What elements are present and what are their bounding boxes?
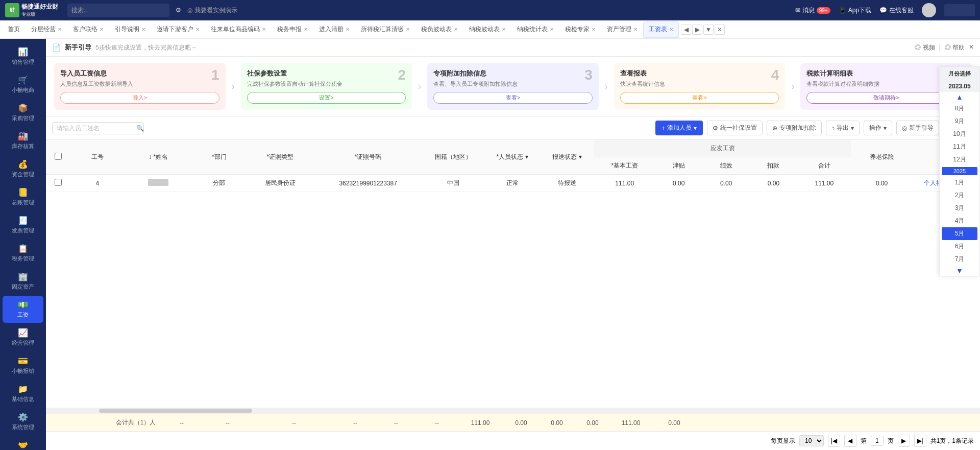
sidebar-item-tax[interactable]: 📋 税务管理 — [3, 240, 43, 267]
month-5[interactable]: 5月 — [942, 227, 977, 240]
sidebar-item-basic[interactable]: 📁 基础信息 — [3, 380, 43, 407]
tab-layered-ops[interactable]: 分层经营✕ — [26, 21, 67, 38]
tab-menu-btn[interactable]: ▼ — [703, 25, 714, 35]
user-avatar[interactable] — [922, 3, 936, 17]
add-person-btn[interactable]: + 添加人员 ▾ — [655, 121, 703, 135]
sidebar-item-invoice[interactable]: 🧾 发票管理 — [3, 211, 43, 239]
search-input[interactable] — [57, 125, 133, 132]
footer-dept: -- — [161, 419, 202, 427]
app-name: 畅捷通好业财 — [21, 3, 58, 11]
tab-tax-burden[interactable]: 税负波动表✕ — [415, 21, 463, 38]
prev-page-btn[interactable]: ◀ — [844, 435, 856, 447]
sidebar-item-system[interactable]: ⚙️ 系统管理 — [3, 408, 43, 435]
tab-close-all-btn[interactable]: ✕ — [715, 25, 725, 35]
app-download-btn[interactable]: 📱 App下载 — [839, 6, 871, 15]
newbie-guide-btn[interactable]: ◎ 新手引导 — [896, 121, 939, 135]
tab-tax-dynamic[interactable]: 纳税波动表✕ — [463, 21, 511, 38]
message-btn[interactable]: ✉ 消息 99+ — [795, 6, 830, 15]
tab-prev-btn[interactable]: ◀ — [681, 25, 691, 35]
month-3[interactable]: 3月 — [940, 202, 979, 215]
sidebar-item-purchase[interactable]: 📦 采购管理 — [3, 99, 43, 126]
month-scroll-down-btn[interactable]: ▼ — [940, 266, 979, 276]
month-2[interactable]: 2月 — [940, 189, 979, 202]
sidebar-item-salary[interactable]: 💵 工资 — [3, 296, 43, 323]
sidebar-item-inventory[interactable]: 🏭 库存核算 — [3, 127, 43, 154]
gear-settings[interactable]: ⚙ — [176, 7, 181, 14]
demo-link[interactable]: ◎ 我要看实例演示 — [187, 6, 237, 15]
month-scroll-up-btn[interactable]: ▲ — [940, 92, 979, 102]
month-11[interactable]: 11月 — [940, 140, 979, 153]
th-salary-group: 应发工资 — [594, 140, 851, 157]
month-6[interactable]: 6月 — [940, 240, 979, 253]
month-10[interactable]: 10月 — [940, 128, 979, 140]
unified-social-btn[interactable]: ⚙ 统一社保设置 — [707, 121, 763, 135]
guide-close-btn[interactable]: ✕ — [969, 43, 974, 52]
month-9[interactable]: 9月 — [940, 115, 979, 128]
th-name[interactable]: ↕ *姓名 — [125, 140, 192, 175]
search-icon[interactable]: 🔍 — [136, 125, 144, 132]
th-checkbox — [46, 140, 70, 175]
horizontal-scrollbar[interactable] — [46, 408, 980, 414]
month-1[interactable]: 1月 — [940, 176, 979, 189]
tab-salary[interactable]: 工资表✕ — [643, 21, 679, 38]
tab-assets[interactable]: 资产管理✕ — [601, 21, 643, 38]
first-page-btn[interactable]: |◀ — [828, 435, 840, 447]
sidebar-item-ecommerce[interactable]: 🛒 小畅电商 — [3, 71, 43, 98]
cell-checkbox[interactable] — [46, 175, 70, 192]
user-menu[interactable] — [944, 4, 975, 16]
month-7[interactable]: 7月 — [940, 253, 979, 266]
sidebar-item-sales[interactable]: 📊 销售管理 — [3, 43, 43, 70]
th-status[interactable]: *人员状态 ▾ — [484, 140, 540, 175]
tab-guide[interactable]: 引导说明✕ — [109, 21, 151, 38]
video-link[interactable]: ◎ 视频 — [915, 43, 935, 52]
step-3-card: 3 专项附加扣除信息 查看、导入员工专项附加扣除信息 查看> — [427, 63, 599, 110]
help-link[interactable]: ◎ 帮助 — [945, 43, 965, 52]
step-1-desc: 人员信息及工资数据新增导入 — [60, 80, 219, 88]
sidebar-item-ledger[interactable]: 📒 总账管理 — [3, 183, 43, 210]
step-3-btn[interactable]: 查看> — [433, 92, 593, 104]
month-4[interactable]: 4月 — [940, 215, 979, 227]
step-1-btn[interactable]: 导入> — [60, 92, 219, 104]
next-page-btn[interactable]: ▶ — [898, 435, 910, 447]
select-all-checkbox[interactable] — [55, 153, 62, 160]
sidebar-item-assets[interactable]: 🏢 固定资产 — [3, 268, 43, 295]
tab-customer[interactable]: 客户联络✕ — [67, 21, 109, 38]
row-checkbox[interactable] — [55, 179, 62, 186]
sidebar-item-operations[interactable]: 📈 经营管理 — [3, 324, 43, 351]
last-page-btn[interactable]: ▶| — [914, 435, 926, 447]
guide-doc-icon: 📄 — [52, 43, 61, 52]
sidebar-item-finance[interactable]: 💰 资金管理 — [3, 155, 43, 182]
tab-clearance[interactable]: 进入清册✕ — [313, 21, 355, 38]
special-deduct-btn[interactable]: ⊕ 专项附加扣除 — [767, 121, 822, 135]
page-label: 第 — [861, 437, 867, 445]
tab-tax-stats[interactable]: 纳税统计表✕ — [511, 21, 559, 38]
search-box[interactable]: 🔍 — [52, 122, 144, 134]
month-8[interactable]: 8月 — [940, 102, 979, 115]
sidebar-item-collab[interactable]: 🤝 企业协同 — [3, 436, 43, 450]
tab-tax-report[interactable]: 税务申报✕ — [272, 21, 313, 38]
scroll-thumb[interactable] — [99, 409, 252, 413]
month-12[interactable]: 12月 — [940, 153, 979, 166]
step-4-btn[interactable]: 查看> — [620, 92, 779, 104]
step-2-btn[interactable]: 设置> — [247, 92, 406, 104]
online-service-btn[interactable]: 💬 在线客服 — [879, 6, 914, 15]
sidebar-item-expense[interactable]: 💳 小畅报销 — [3, 352, 43, 379]
tab-income-tax[interactable]: 所得税汇算清缴✕ — [355, 21, 415, 38]
page-size-select[interactable]: 10 20 50 — [799, 435, 824, 446]
tab-next-btn[interactable]: ▶ — [692, 25, 702, 35]
table-wrapper: 工号 ↕ *姓名 *部门 *证照类型 *证照号码 国籍（地区） *人员状态 ▾ … — [46, 140, 980, 408]
tab-invite[interactable]: 邀请下游客户✕ — [151, 21, 205, 38]
plus-icon: + — [662, 125, 665, 132]
cell-allowance: 0.00 — [655, 175, 702, 192]
sidebar-item-label: 系统管理 — [12, 423, 34, 431]
sidebar-item-label: 税务管理 — [12, 255, 34, 263]
tab-tax-inspect[interactable]: 税检专家✕ — [559, 21, 601, 38]
tab-home[interactable]: 首页 — [2, 21, 26, 38]
operations-icon: 📈 — [18, 328, 28, 338]
export-btn[interactable]: ↑ 导出 ▾ — [826, 121, 860, 135]
sales-icon: 📊 — [18, 47, 28, 57]
ops-btn[interactable]: 操作 ▾ — [864, 121, 892, 135]
th-report[interactable]: 报送状态 ▾ — [540, 140, 594, 175]
tab-product-code[interactable]: 往来单位商品编码✕ — [205, 21, 272, 38]
search-placeholder[interactable]: 搜索... — [71, 6, 89, 15]
